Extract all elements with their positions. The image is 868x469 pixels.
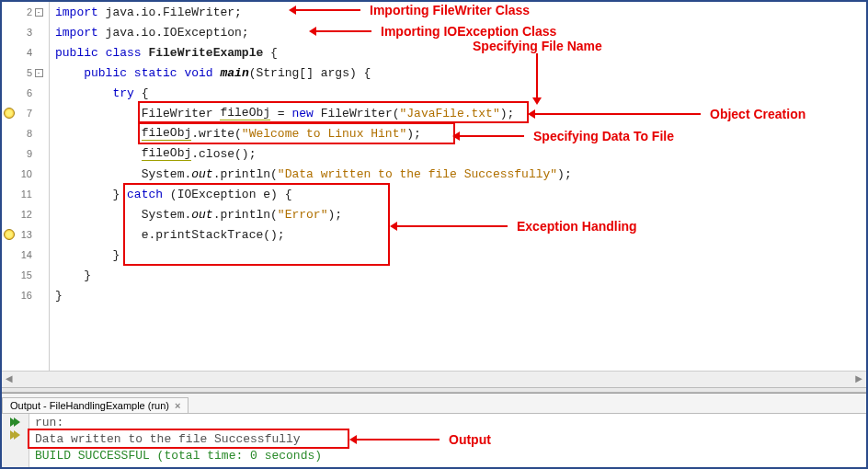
output-body: run: Data written to the file Successful…: [2, 414, 866, 467]
code-lines[interactable]: import java.io.FileWriter; import java.i…: [50, 2, 866, 371]
code-text: (String[] args) {: [249, 66, 371, 80]
code-text: .println(: [213, 167, 278, 181]
line-number: 8: [27, 128, 32, 139]
line-number: 6: [27, 87, 32, 98]
code-text: FileWriter: [142, 107, 221, 120]
keyword: public: [55, 46, 98, 60]
tab-label: Output - FileHandlingExample (run): [10, 400, 169, 411]
run-icon[interactable]: [14, 418, 20, 427]
output-gutter: [2, 414, 29, 467]
line-number: 7: [27, 108, 32, 119]
line-number: 9: [27, 148, 32, 159]
code-text: {: [134, 86, 149, 100]
line-number: 10: [21, 168, 32, 179]
line-number: 16: [21, 290, 32, 301]
scroll-left-icon[interactable]: ◄: [2, 372, 17, 387]
line-number: 11: [21, 189, 32, 200]
code-text: out: [191, 208, 212, 222]
keyword: new: [291, 107, 313, 120]
rerun-icon[interactable]: [14, 430, 20, 440]
class-name: FileWriteExample: [148, 46, 263, 60]
code-text: }: [84, 269, 91, 282]
code-editor: 2- 3 4 5- 6 7 8 9 10 11 12 13 14 15 16 i…: [2, 2, 866, 387]
code-text: }: [112, 188, 127, 201]
output-tab[interactable]: Output - FileHandlingExample (run) ×: [2, 397, 188, 413]
output-tabbar: Output - FileHandlingExample (run) ×: [2, 394, 866, 414]
close-icon[interactable]: ×: [175, 400, 180, 411]
keyword: static: [134, 66, 177, 80]
code-text: );: [406, 127, 421, 141]
string-literal: "Error": [278, 208, 328, 222]
variable: fileObj: [142, 126, 192, 141]
code-text: System.: [142, 167, 192, 181]
line-number: 12: [21, 209, 32, 220]
keyword: catch: [127, 188, 163, 201]
code-text: java.io.IOException;: [98, 26, 249, 40]
code-text: java.io.FileWriter;: [98, 6, 242, 19]
keyword: import: [55, 26, 98, 40]
code-text: }: [112, 248, 120, 262]
console-line: run:: [35, 416, 861, 432]
line-number: 4: [27, 47, 32, 58]
code-text: }: [55, 289, 63, 303]
code-text: );: [500, 107, 515, 120]
code-text: .println(: [213, 208, 278, 222]
line-number: 3: [27, 27, 32, 38]
fold-icon[interactable]: -: [35, 69, 43, 77]
variable: fileObj: [142, 146, 192, 161]
code-text: out: [191, 167, 212, 181]
keyword: try: [112, 86, 133, 100]
output-pane: Output - FileHandlingExample (run) × run…: [2, 393, 866, 467]
variable: fileObj: [220, 106, 270, 120]
keyword: void: [184, 66, 212, 80]
console-line: BUILD SUCCESSFUL (total time: 0 seconds): [35, 449, 861, 465]
line-number: 14: [21, 249, 32, 260]
line-number: 15: [21, 269, 32, 280]
fold-icon[interactable]: -: [35, 8, 43, 17]
horizontal-scrollbar[interactable]: ◄ ►: [2, 371, 866, 387]
code-area: 2- 3 4 5- 6 7 8 9 10 11 12 13 14 15 16 i…: [2, 2, 866, 371]
string-literal: "Data written to the file Successfully": [278, 167, 557, 181]
output-console[interactable]: run: Data written to the file Successful…: [29, 414, 866, 467]
code-text: FileWriter(: [314, 107, 400, 120]
keyword: public: [84, 66, 127, 80]
string-literal: "JavaFile.txt": [400, 107, 500, 120]
lightbulb-icon[interactable]: [4, 229, 15, 240]
code-text: System.: [142, 208, 192, 222]
code-text: {: [263, 46, 278, 60]
code-text: (IOException e) {: [163, 188, 291, 201]
code-text: .close();: [191, 147, 256, 161]
string-literal: "Welcome to Linux Hint": [242, 127, 406, 141]
line-gutter: 2- 3 4 5- 6 7 8 9 10 11 12 13 14 15 16: [2, 2, 50, 371]
code-text: .write(: [191, 127, 242, 141]
code-text: );: [557, 167, 572, 181]
keyword: class: [106, 46, 142, 60]
console-line: Data written to the file Successfully: [35, 432, 861, 449]
scroll-right-icon[interactable]: ►: [851, 372, 866, 387]
method-name: main: [221, 66, 249, 80]
code-text: e.printStackTrace();: [142, 228, 285, 242]
keyword: import: [55, 6, 98, 19]
code-text: );: [327, 208, 342, 222]
code-text: =: [270, 107, 291, 120]
line-number: 13: [21, 229, 32, 240]
lightbulb-icon[interactable]: [4, 108, 15, 119]
